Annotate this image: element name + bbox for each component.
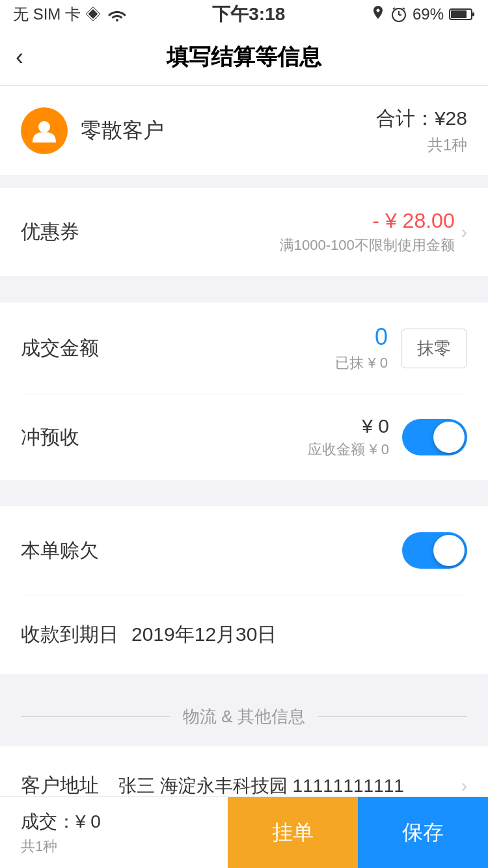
svg-line-3 <box>393 8 395 9</box>
svg-point-8 <box>38 121 50 133</box>
save-button[interactable]: 保存 <box>358 797 488 869</box>
deal-amount-value: 0 <box>335 323 388 351</box>
status-left: 无 SIM 卡 ◈ <box>13 4 127 25</box>
battery-text: 69% <box>413 5 444 23</box>
prepay-amount-wrap: ¥ 0 应收金额 ¥ 0 <box>308 415 389 459</box>
prepay-label: 冲预收 <box>21 424 79 451</box>
section-divider-1 <box>0 290 488 303</box>
svg-rect-6 <box>451 10 467 18</box>
customer-row[interactable]: 零散客户 合计：¥28 共1种 <box>0 86 488 175</box>
prepay-row: 冲预收 ¥ 0 应收金额 ¥ 0 <box>21 394 467 480</box>
customer-total: 合计：¥28 <box>376 105 467 132</box>
prepay-amount-value: ¥ 0 <box>308 415 389 437</box>
due-date-label: 收款到期日 <box>21 621 118 648</box>
bottom-deal-amount: ¥ 0 <box>75 811 101 832</box>
round-zero-button[interactable]: 抹零 <box>401 329 467 368</box>
logistics-title: 物流 & 其他信息 <box>183 705 305 728</box>
credit-toggle-knob <box>433 535 465 566</box>
deal-section: 成交金额 0 已抹 ¥ 0 抹零 冲预收 ¥ 0 应收金额 ¥ 0 <box>0 303 488 480</box>
svg-rect-7 <box>472 12 474 16</box>
section-divider-2 <box>0 480 488 493</box>
prepay-sub-text: 应收金额 ¥ 0 <box>308 440 389 459</box>
prepay-toggle[interactable] <box>402 419 467 455</box>
page-title: 填写结算等信息 <box>167 42 321 72</box>
sim-status: 无 SIM 卡 ◈ <box>13 4 101 25</box>
coupon-discount: - ¥ 28.00 <box>280 209 455 233</box>
header-line-left <box>21 716 170 717</box>
logistics-header: 物流 & 其他信息 <box>0 687 488 746</box>
customer-right: 合计：¥28 共1种 <box>376 105 467 156</box>
coupon-info: - ¥ 28.00 满1000-100不限制使用金额 <box>280 209 455 255</box>
bottom-summary: 成交：¥ 0 共1种 <box>0 809 228 856</box>
coupon-right: - ¥ 28.00 满1000-100不限制使用金额 › <box>280 209 467 255</box>
address-label: 客户地址 <box>21 772 99 799</box>
status-bar: 无 SIM 卡 ◈ 下午3:18 69% <box>0 0 488 29</box>
section-divider-3 <box>0 674 488 687</box>
bottom-deal-label: 成交： <box>21 811 75 832</box>
bottom-count: 共1种 <box>21 837 207 856</box>
address-chevron-icon: › <box>461 776 467 796</box>
credit-section: 本单赊欠 收款到期日 2019年12月30日 <box>0 506 488 674</box>
chevron-right-icon: › <box>461 222 467 243</box>
due-date-value: 2019年12月30日 <box>131 621 277 648</box>
due-date-row: 收款到期日 2019年12月30日 <box>21 595 467 674</box>
alarm-icon <box>390 6 407 23</box>
location-icon <box>371 6 385 23</box>
customer-count: 共1种 <box>376 135 467 156</box>
credit-toggle[interactable] <box>402 532 467 569</box>
bottom-deal-text: 成交：¥ 0 <box>21 809 207 834</box>
status-time: 下午3:18 <box>212 2 285 27</box>
credit-row: 本单赊欠 <box>21 506 467 595</box>
deal-amount-wrap: 0 已抹 ¥ 0 <box>335 323 388 373</box>
prepay-right: ¥ 0 应收金额 ¥ 0 <box>308 415 467 459</box>
svg-line-4 <box>403 8 405 9</box>
coupon-label: 优惠券 <box>21 219 79 245</box>
coupon-row[interactable]: 优惠券 - ¥ 28.00 满1000-100不限制使用金额 › <box>0 188 488 277</box>
back-button[interactable]: ‹ <box>16 44 23 71</box>
customer-left: 零散客户 <box>21 107 164 154</box>
deal-amount-row: 成交金额 0 已抹 ¥ 0 抹零 <box>21 303 467 394</box>
wifi-icon <box>107 7 127 21</box>
address-value: 张三 海淀永丰科技园 11111111111 <box>118 774 461 798</box>
customer-name: 零散客户 <box>81 116 164 145</box>
deal-amount-label: 成交金额 <box>21 335 99 362</box>
coupon-description: 满1000-100不限制使用金额 <box>280 236 455 255</box>
content-area: 零散客户 合计：¥28 共1种 优惠券 - ¥ 28.00 满1000-100不… <box>0 86 488 868</box>
person-icon <box>30 116 59 145</box>
deal-sub-text: 已抹 ¥ 0 <box>335 353 388 373</box>
deal-right: 0 已抹 ¥ 0 抹零 <box>335 323 467 373</box>
bottom-bar: 成交：¥ 0 共1种 挂单 保存 <box>0 796 488 868</box>
credit-label: 本单赊欠 <box>21 537 99 564</box>
customer-avatar <box>21 107 68 154</box>
status-right: 69% <box>371 5 475 23</box>
header-line-right <box>318 716 467 717</box>
toggle-knob <box>433 422 465 453</box>
hang-order-button[interactable]: 挂单 <box>228 797 358 869</box>
battery-icon <box>449 7 475 21</box>
nav-bar: ‹ 填写结算等信息 <box>0 29 488 86</box>
